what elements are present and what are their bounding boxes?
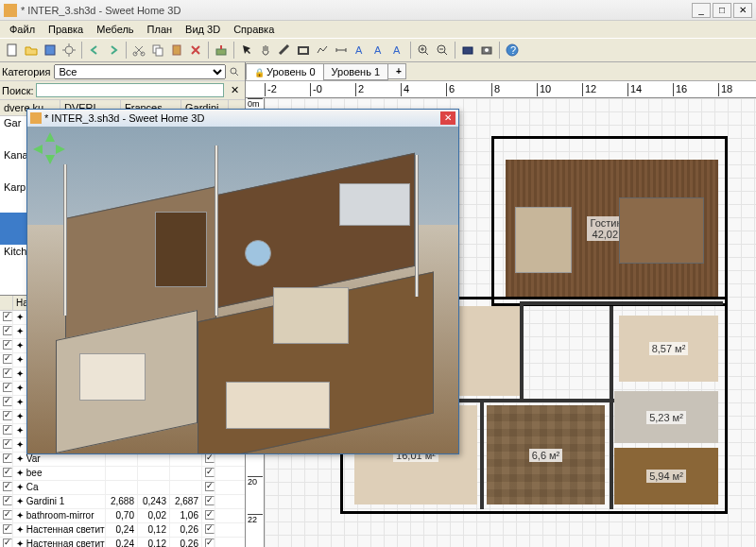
new-button[interactable] [4, 42, 21, 59]
menu-3d[interactable]: Вид 3D [180, 23, 226, 36]
zoom-in-button[interactable] [415, 42, 432, 59]
svg-rect-15 [463, 47, 472, 54]
add-furniture-button[interactable] [213, 42, 230, 59]
add-level-button[interactable]: + [387, 63, 406, 79]
zoom-out-button[interactable] [434, 42, 451, 59]
svg-rect-1 [45, 45, 55, 55]
menu-help[interactable]: Справка [228, 23, 280, 36]
view3d-popup[interactable]: * INTER_3.sh3d - Sweet Home 3D ✕ [26, 109, 459, 454]
svg-text:A: A [393, 44, 401, 56]
dining-table[interactable] [515, 207, 572, 273]
furniture-row[interactable]: ✦ Gardini 12,6880,2432,687 [0, 495, 245, 509]
furniture-row[interactable]: ✦ bathroom-mirror0,700,021,06 [0, 509, 245, 523]
polyline-tool[interactable] [314, 42, 331, 59]
kitchen-3d [339, 183, 410, 226]
help-button[interactable]: ? [504, 42, 521, 59]
menu-edit[interactable]: Правка [43, 23, 89, 36]
search-input[interactable] [36, 83, 224, 97]
view3d-button[interactable] [459, 42, 476, 59]
level-tab-0[interactable]: 🔒Уровень 0 [246, 63, 324, 80]
bed-3d [79, 353, 146, 401]
delete-button[interactable] [187, 42, 204, 59]
menu-file[interactable]: Файл [4, 23, 41, 36]
close-button[interactable]: ✕ [733, 3, 752, 18]
minimize-button[interactable]: _ [692, 3, 711, 18]
compass-icon[interactable] [33, 132, 65, 164]
furniture-row[interactable]: ✦ Ca [0, 481, 245, 495]
svg-text:?: ? [510, 44, 516, 56]
dimension-tool[interactable] [333, 42, 350, 59]
preferences-button[interactable] [60, 42, 77, 59]
room-tool[interactable] [295, 42, 312, 59]
furniture-row[interactable]: ✦ bee [0, 467, 245, 481]
room-66[interactable]: 6,6 м² [487, 405, 605, 504]
save-button[interactable] [42, 42, 59, 59]
wall-tool[interactable] [276, 42, 293, 59]
menu-plan[interactable]: План [142, 23, 179, 36]
search-clear-icon[interactable]: ✕ [226, 82, 243, 99]
cut-button[interactable] [130, 42, 147, 59]
app-icon [4, 4, 17, 17]
svg-rect-6 [156, 48, 163, 56]
svg-rect-7 [173, 45, 180, 55]
level-tab-1[interactable]: Уровень 1 [323, 63, 389, 80]
menu-bar: Файл Правка Мебель План Вид 3D Справка [0, 21, 756, 38]
view3d-canvas[interactable] [27, 127, 458, 453]
svg-rect-8 [216, 49, 226, 55]
select-tool[interactable] [238, 42, 255, 59]
category-label: Категория [2, 66, 50, 77]
ruler-horizontal: -2-024681012141618 [246, 81, 756, 98]
toolbar: A A A ? [0, 38, 756, 62]
level-tabs: 🔒Уровень 0 Уровень 1 + [246, 62, 756, 81]
svg-text:A: A [374, 44, 382, 56]
window-title: * INTER_3.sh3d - Sweet Home 3D [21, 5, 690, 16]
room-857[interactable]: 8,57 м² [619, 316, 718, 382]
maximize-button[interactable]: □ [713, 3, 731, 18]
category-select[interactable]: Все [54, 64, 226, 79]
copy-button[interactable] [149, 42, 166, 59]
svg-rect-0 [8, 44, 16, 56]
text-tool-a1[interactable]: A [352, 42, 369, 59]
undo-button[interactable] [86, 42, 103, 59]
open-button[interactable] [23, 42, 40, 59]
furniture-row[interactable]: ✦ Настенная светит вверх0,240,120,26 [0, 538, 245, 547]
paste-button[interactable] [168, 42, 185, 59]
popup-titlebar[interactable]: * INTER_3.sh3d - Sweet Home 3D ✕ [27, 110, 458, 127]
search-label: Поиск: [2, 85, 34, 96]
stairs-3d [155, 212, 207, 287]
text-tool-a2[interactable]: A [370, 42, 387, 59]
lock-icon: 🔒 [254, 68, 265, 77]
sofa-3d [226, 382, 330, 429]
svg-point-2 [65, 46, 73, 54]
text-tool-a3[interactable]: A [389, 42, 406, 59]
svg-text:A: A [355, 44, 363, 56]
pan-tool[interactable] [257, 42, 274, 59]
redo-button[interactable] [105, 42, 122, 59]
window-titlebar: * INTER_3.sh3d - Sweet Home 3D _ □ ✕ [0, 0, 756, 21]
sofa-area[interactable] [619, 197, 704, 264]
furniture-row[interactable]: ✦ Var [0, 453, 245, 467]
chandelier-3d [245, 240, 271, 266]
furniture-row[interactable]: ✦ Настенная светит вверх0,240,120,26 [0, 523, 245, 538]
room-594[interactable]: 5,94 м² [614, 448, 718, 504]
dining-3d [273, 287, 349, 344]
popup-close-button[interactable]: ✕ [440, 111, 455, 125]
popup-app-icon [30, 112, 42, 124]
category-search-icon[interactable] [226, 63, 243, 80]
svg-point-17 [485, 48, 489, 52]
room-523[interactable]: 5,23 м² [614, 391, 718, 443]
photo-button[interactable] [478, 42, 495, 59]
menu-furniture[interactable]: Мебель [91, 23, 139, 36]
svg-rect-9 [299, 47, 308, 54]
popup-title: * INTER_3.sh3d - Sweet Home 3D [44, 112, 440, 124]
